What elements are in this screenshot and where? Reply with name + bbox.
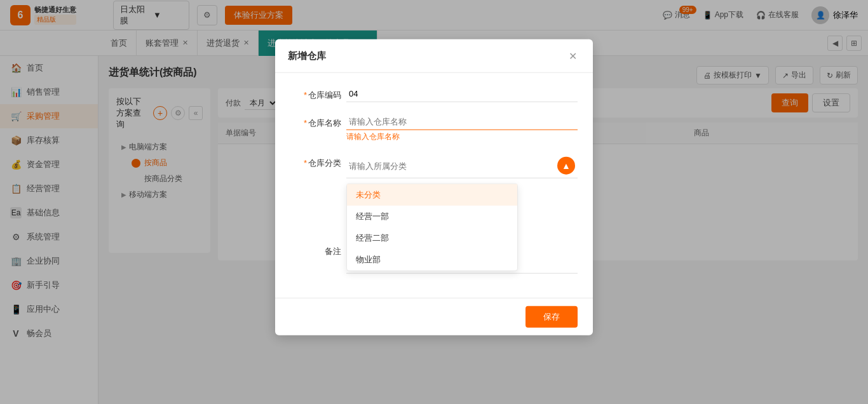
modal-body: *仓库编码 *仓库名称 请输入仓库名称 *仓库分类 ▲: [275, 73, 593, 298]
modal-title: 新增仓库: [288, 50, 326, 62]
category-selector: ▲: [346, 154, 578, 178]
dropdown-item-3[interactable]: 物业部: [347, 249, 517, 271]
name-error: 请输入仓库名称: [346, 131, 578, 142]
modal-header: 新增仓库 ✕: [275, 39, 593, 73]
notes-label: 备注: [290, 242, 341, 257]
form-row-code: *仓库编码: [290, 86, 578, 102]
dropdown-item-1[interactable]: 经营一部: [347, 206, 517, 227]
modal-footer: 保存: [275, 298, 593, 335]
form-row-category: *仓库分类 ▲: [290, 154, 578, 178]
category-label: *仓库分类: [290, 154, 341, 169]
name-field-wrap: 请输入仓库名称: [346, 114, 578, 142]
category-toggle-btn[interactable]: ▲: [557, 157, 575, 175]
name-label: *仓库名称: [290, 114, 341, 129]
dropdown-item-2[interactable]: 经营二部: [347, 227, 517, 249]
dropdown-item-0[interactable]: 未分类: [347, 184, 517, 206]
modal-close-btn[interactable]: ✕: [565, 48, 580, 64]
code-label: *仓库编码: [290, 86, 341, 101]
save-button[interactable]: 保存: [526, 306, 578, 328]
form-row-name: *仓库名称 请输入仓库名称: [290, 114, 578, 142]
name-input[interactable]: [346, 114, 578, 130]
category-dropdown: 未分类 经营一部 经营二部 物业部: [346, 184, 518, 271]
add-warehouse-modal: 新增仓库 ✕ *仓库编码 *仓库名称 请输入仓库名称 *仓库分类: [275, 39, 593, 335]
code-input[interactable]: [346, 86, 578, 102]
category-input[interactable]: [349, 161, 557, 170]
